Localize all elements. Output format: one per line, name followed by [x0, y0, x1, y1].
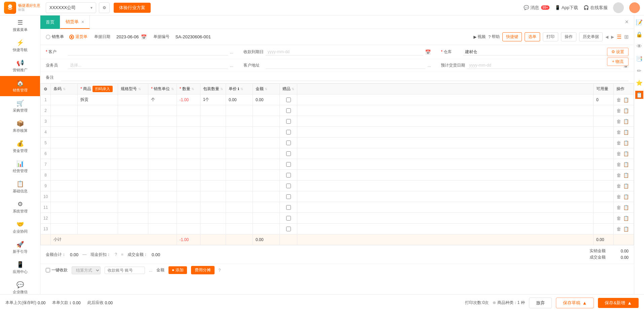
row-product[interactable] — [78, 159, 118, 170]
row-spec[interactable] — [118, 159, 148, 170]
row-pkg[interactable] — [200, 181, 226, 191]
close-panel-icon[interactable]: × — [625, 18, 629, 26]
sidebar-item-enterprise-wechat[interactable]: 💬 企业微信 — [0, 278, 40, 294]
th-amount[interactable]: 金额 ⇅ — [253, 84, 280, 94]
doc-value[interactable]: SA-20230606-001 — [176, 34, 211, 39]
row-product[interactable] — [78, 202, 118, 213]
row-qty[interactable] — [177, 159, 200, 170]
row-unit[interactable] — [148, 191, 177, 202]
row-qty[interactable] — [177, 191, 200, 202]
row-price[interactable] — [226, 213, 253, 224]
video-action[interactable]: ▶ 视频 — [473, 34, 486, 40]
row-gift[interactable] — [280, 138, 297, 148]
product-types-icon[interactable]: ⊙ — [493, 300, 496, 305]
copy-icon[interactable]: 📋 — [623, 129, 629, 135]
row-gift[interactable] — [280, 191, 297, 202]
next-icon[interactable]: ▶ — [611, 35, 614, 39]
row-barcode[interactable] — [51, 213, 78, 224]
sidebar-item-operations[interactable]: 📊 经营管理 — [0, 157, 40, 177]
form-settings-btn[interactable]: ⚙ 设置 — [607, 48, 629, 56]
abandon-button[interactable]: 放弃 — [529, 298, 552, 308]
row-spec[interactable] — [118, 138, 148, 148]
row-unit[interactable] — [148, 181, 177, 191]
sidebar-item-finance[interactable]: 💰 资金管理 — [0, 137, 40, 157]
gift-checkbox[interactable] — [286, 227, 291, 231]
row-barcode[interactable] — [51, 181, 78, 191]
row-gift[interactable] — [280, 224, 297, 234]
right-panel-star-icon[interactable]: ⭐ — [635, 79, 643, 87]
trial-button[interactable]: 体验行业方案 — [114, 3, 151, 13]
delete-icon[interactable]: 🗑 — [616, 119, 621, 124]
row-unit-1[interactable]: 个 — [148, 94, 177, 105]
gift-checkbox[interactable] — [286, 216, 291, 221]
row-amount[interactable] — [253, 213, 280, 224]
row-unit[interactable] — [148, 116, 177, 127]
customer-address-input[interactable] — [266, 62, 426, 69]
row-amount-1[interactable]: 0.00 — [253, 94, 280, 105]
row-qty[interactable] — [177, 181, 200, 191]
tab-close-icon[interactable]: × — [81, 19, 84, 25]
online-service-item[interactable]: 🎧 在线客服 — [583, 5, 608, 11]
row-qty[interactable] — [177, 105, 200, 116]
row-product[interactable] — [78, 170, 118, 181]
row-amount[interactable] — [253, 138, 280, 148]
row-product[interactable] — [78, 105, 118, 116]
delete-icon[interactable]: 🗑 — [616, 172, 621, 178]
row-price[interactable] — [226, 105, 253, 116]
th-product[interactable]: * 商品 扫码录入 — [78, 84, 118, 94]
print-btn[interactable]: 打印 — [543, 32, 558, 41]
company-selector[interactable]: XXXXXX公司 ▾ — [46, 2, 96, 13]
row-spec[interactable] — [118, 213, 148, 224]
delete-icon[interactable]: 🗑 — [616, 108, 621, 113]
row-price[interactable] — [226, 148, 253, 159]
delete-icon[interactable]: 🗑 — [616, 205, 621, 210]
row-amount[interactable] — [253, 148, 280, 159]
sidebar-item-purchase[interactable]: 🛒 采购管理 — [0, 96, 40, 116]
calendar-icon[interactable]: 📅 — [141, 34, 147, 40]
row-qty[interactable] — [177, 148, 200, 159]
row-amount[interactable] — [253, 170, 280, 181]
radio-return[interactable]: 退货单 — [69, 34, 87, 40]
history-btn[interactable]: 历史单据 — [579, 32, 603, 41]
date-value[interactable]: 2023-06-06 — [116, 34, 139, 39]
row-amount[interactable] — [253, 159, 280, 170]
row-amount[interactable] — [253, 127, 280, 138]
copy-icon[interactable]: 📋 — [623, 205, 629, 210]
row-qty-1[interactable]: -1.00 — [177, 94, 200, 105]
row-pkg[interactable] — [200, 224, 226, 234]
th-unit[interactable]: * 销售单位 ⇅ — [148, 84, 177, 94]
row-unit[interactable] — [148, 138, 177, 148]
row-amount[interactable] — [253, 191, 280, 202]
logistics-btn[interactable]: + 物流 — [607, 57, 629, 66]
row-gift[interactable] — [280, 127, 297, 138]
row-qty[interactable] — [177, 127, 200, 138]
row-amount[interactable] — [253, 105, 280, 116]
row-barcode[interactable] — [51, 148, 78, 159]
tab-home[interactable]: 首页 — [40, 15, 60, 29]
gift-checkbox[interactable] — [286, 119, 291, 124]
row-pkg[interactable] — [200, 148, 226, 159]
discount-info-icon[interactable]: ? — [115, 252, 117, 257]
row-product-1[interactable]: 拆贡 — [78, 94, 118, 105]
warehouse-input[interactable] — [463, 48, 623, 55]
gift-checkbox[interactable] — [286, 162, 291, 167]
add-payment-btn[interactable]: ● 添加 — [168, 266, 187, 274]
th-gift[interactable]: 赠品 ⇅ — [280, 84, 297, 94]
row-barcode[interactable] — [51, 224, 78, 234]
row-spec[interactable] — [118, 191, 148, 202]
row-gift-1[interactable] — [280, 94, 297, 105]
row-price[interactable] — [226, 127, 253, 138]
copy-icon[interactable]: 📋 — [623, 226, 629, 232]
copy-icon[interactable]: 📋 — [623, 183, 629, 189]
row-price[interactable] — [226, 116, 253, 127]
gift-checkbox[interactable] — [286, 151, 291, 156]
notes-input[interactable] — [61, 74, 629, 81]
sidebar-item-quick-nav[interactable]: ⚡ 快捷导航 — [0, 36, 40, 56]
customer-address-dots[interactable]: ... — [427, 63, 431, 68]
row-product[interactable] — [78, 224, 118, 234]
grid-view-icon[interactable]: ⊞ — [624, 34, 629, 40]
row-qty[interactable] — [177, 202, 200, 213]
row-price[interactable] — [226, 181, 253, 191]
th-price[interactable]: 单价 ℹ ⇅ — [226, 84, 253, 94]
row-unit[interactable] — [148, 202, 177, 213]
